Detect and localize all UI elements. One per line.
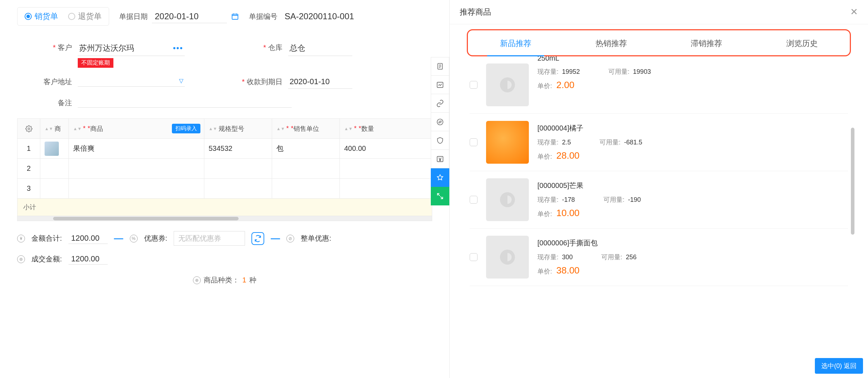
svg-rect-0 — [232, 14, 238, 20]
item-avail-label: 可用量:-190 — [603, 195, 641, 204]
item-stock-label: 现存量:-178 — [537, 195, 575, 204]
item-name: [0000004]橘子 — [537, 123, 848, 133]
table-row[interactable]: 2 — [17, 159, 432, 179]
line-item-table: ▲▼商 ▲▼*商品 扫码录入 ▲▼规格型号 ▲▼*销售单位 ▲▼*数量 1 果倍… — [17, 118, 432, 221]
side-icon-bar — [431, 57, 449, 205]
tab-slow-recommend[interactable]: 滞销推荐 — [659, 32, 755, 55]
item-checkbox[interactable] — [470, 253, 478, 261]
close-icon[interactable]: ✕ — [850, 6, 858, 17]
discount-icon: ⊘ — [286, 235, 294, 242]
item-name: [0000005]芒果 — [537, 181, 848, 190]
recommend-item[interactable]: [0000006]手撕面包现存量:300可用量:256单价:38.00 — [470, 229, 848, 286]
item-avail-label: 可用量:-681.5 — [599, 138, 642, 147]
tab-new-recommend[interactable]: 新品推荐 — [468, 32, 563, 55]
recommend-item[interactable]: [0000005]芒果现存量:-178可用量:-190单价:10.00 — [470, 171, 848, 229]
refresh-coupon-button[interactable] — [251, 232, 264, 245]
doc-date-label: 单据日期 — [119, 12, 148, 21]
product-thumb — [45, 142, 59, 156]
col-unit[interactable]: ▲▼*销售单位 — [272, 119, 340, 138]
recommend-tabs-highlight: 新品推荐 热销推荐 滞销推荐 浏览历史 — [467, 29, 851, 56]
customer-lookup-icon[interactable]: ••• — [173, 44, 183, 53]
doc-no-value: SA-20200110-001 — [282, 10, 357, 23]
coupon-icon: % — [130, 235, 138, 242]
calendar-icon[interactable] — [231, 12, 239, 20]
item-price-label: 单价:38.00 — [537, 265, 848, 276]
selected-return-button[interactable]: 选中(0) 返回 — [815, 358, 863, 374]
address-select[interactable]: ▽ — [78, 75, 185, 87]
amount-total-value: 1200.00 — [68, 233, 108, 244]
coupon-label: 优惠券: — [144, 234, 168, 243]
amount-total-label: 金额合计: — [31, 234, 62, 243]
doc-no-label: 单据编号 — [249, 12, 277, 21]
footer-summary: ⊕ 商品种类： 1 种 — [17, 275, 432, 285]
item-stock-label: 现存量:300 — [537, 253, 573, 261]
recommend-title: 推荐商品 — [460, 7, 491, 17]
v-scrollbar[interactable] — [851, 128, 854, 235]
subtotal-row: 小计 — [17, 199, 432, 216]
recommend-panel: 推荐商品 ✕ 新品推荐 热销推荐 滞销推荐 浏览历史 250mL现存量:1995… — [449, 0, 868, 378]
item-image — [486, 178, 529, 221]
item-price-label: 单价:2.00 — [537, 80, 848, 91]
warehouse-input[interactable]: 总仓 — [288, 41, 352, 56]
table-settings-icon[interactable] — [17, 119, 40, 138]
item-avail-label: 可用量:19903 — [608, 67, 651, 76]
item-checkbox[interactable] — [470, 81, 478, 89]
side-swap-icon[interactable] — [431, 113, 449, 131]
billing-period-tag: 不固定账期 — [78, 58, 113, 68]
side-star-icon[interactable] — [431, 168, 449, 187]
remark-label: 备注 — [17, 96, 78, 108]
remark-input[interactable] — [78, 96, 292, 108]
table-row[interactable]: 3 — [17, 179, 432, 199]
item-price-label: 单价:28.00 — [537, 150, 848, 161]
side-yen-icon[interactable] — [431, 150, 449, 168]
item-price-label: 单价:10.00 — [537, 208, 848, 219]
coupon-input[interactable]: 无匹配优惠券 — [174, 231, 245, 246]
side-expand-icon[interactable] — [431, 187, 449, 205]
deal-icon: ⊛ — [17, 255, 25, 263]
recommend-list[interactable]: 250mL现存量:19952可用量:19903单价:2.00[0000004]橘… — [450, 56, 868, 378]
table-row[interactable]: 1 果倍爽 534532 包 400.00 — [17, 139, 432, 159]
minus-icon: — — [271, 233, 280, 244]
item-name: [0000006]手撕面包 — [537, 238, 848, 248]
item-image — [486, 121, 529, 164]
tab-hot-recommend[interactable]: 热销推荐 — [563, 32, 659, 55]
sales-form-panel: 销货单 退货单 单据日期 2020-01-10 单据编号 SA-20200110… — [0, 0, 449, 378]
h-scrollbar[interactable] — [17, 216, 432, 221]
customer-input[interactable]: 苏州万达沃尔玛 ••• — [78, 41, 185, 56]
col-image[interactable]: ▲▼商 — [40, 119, 69, 138]
svg-point-1 — [28, 128, 30, 129]
side-chart-icon[interactable] — [431, 76, 449, 94]
due-date-input[interactable]: 2020-01-10 — [288, 75, 352, 89]
tag-icon: ⊕ — [193, 276, 201, 284]
address-label: 客户地址 — [17, 75, 78, 87]
item-checkbox[interactable] — [470, 196, 478, 204]
minus-icon: — — [114, 233, 123, 244]
recommend-item[interactable]: 250mL现存量:19952可用量:19903单价:2.00 — [470, 56, 848, 114]
item-stock-label: 现存量:2.5 — [537, 138, 571, 147]
whole-discount-label: 整单优惠: — [301, 234, 331, 243]
recommend-item[interactable]: [0000004]橘子现存量:2.5可用量:-681.5单价:28.00 — [470, 114, 848, 171]
svg-point-4 — [437, 119, 443, 125]
deal-amount-value: 1200.00 — [68, 254, 108, 265]
tab-return-order[interactable]: 退货单 — [68, 11, 102, 22]
side-doc-icon[interactable] — [431, 57, 449, 76]
tab-browse-history[interactable]: 浏览历史 — [754, 32, 850, 55]
tab-sales-order[interactable]: 销货单 — [25, 11, 58, 22]
side-link-icon[interactable] — [431, 94, 449, 113]
col-qty[interactable]: ▲▼*数量 — [340, 119, 390, 138]
yen-icon: ¥ — [17, 235, 25, 242]
col-spec[interactable]: ▲▼规格型号 — [204, 119, 272, 138]
item-image — [486, 236, 529, 279]
doc-date-value[interactable]: 2020-01-10 — [152, 10, 227, 23]
chevron-down-icon: ▽ — [179, 77, 183, 84]
col-product[interactable]: ▲▼*商品 扫码录入 — [69, 119, 204, 138]
deal-amount-label: 成交金额: — [31, 254, 62, 264]
scan-input-button[interactable]: 扫码录入 — [172, 124, 200, 133]
item-checkbox[interactable] — [470, 138, 478, 146]
item-avail-label: 可用量:256 — [601, 253, 637, 261]
item-image — [486, 63, 529, 106]
side-shield-icon[interactable] — [431, 131, 449, 150]
item-stock-label: 现存量:19952 — [537, 67, 580, 76]
due-date-label: 收款到期日 — [228, 75, 288, 89]
customer-label: 客户 — [17, 41, 78, 68]
